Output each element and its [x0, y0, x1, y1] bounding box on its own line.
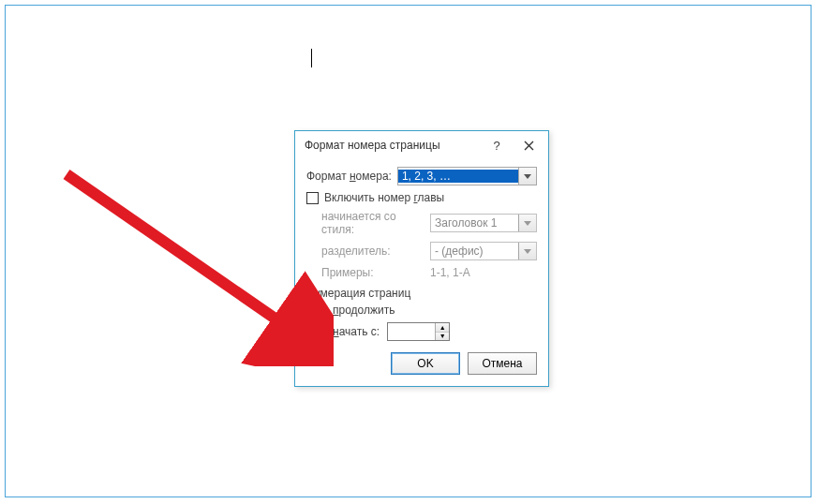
- text-cursor: [311, 49, 312, 67]
- annotation-arrow: [62, 170, 334, 366]
- cancel-button[interactable]: Отмена: [468, 352, 537, 375]
- include-chapter-label: Включить номер главы: [324, 191, 444, 204]
- chevron-down-icon: [518, 243, 536, 259]
- number-format-label: Формат номера:: [306, 170, 392, 183]
- starts-with-style-select[interactable]: Заголовок 1: [430, 214, 537, 232]
- continue-label: продолжить: [333, 304, 395, 317]
- dialog-body: Формат номера: 1, 2, 3, … Включить номер…: [295, 159, 548, 386]
- page-numbering-group-label: Нумерация страниц: [306, 287, 537, 300]
- examples-value: 1-1, 1-A: [430, 266, 470, 279]
- chevron-down-icon: [518, 215, 536, 231]
- starts-with-style-label: начинается со стиля:: [321, 210, 430, 236]
- close-button[interactable]: [513, 133, 544, 157]
- spinner-down[interactable]: ▼: [436, 333, 449, 341]
- starts-with-style-value: Заголовок 1: [431, 216, 518, 230]
- help-button[interactable]: ?: [481, 133, 513, 157]
- number-format-value: 1, 2, 3, …: [398, 170, 518, 183]
- dialog-titlebar[interactable]: Формат номера страницы ?: [295, 131, 548, 159]
- close-icon: [524, 141, 534, 151]
- start-at-label: начать с:: [333, 325, 380, 338]
- start-at-spinner[interactable]: ▲ ▼: [387, 322, 450, 341]
- chevron-down-icon: [518, 168, 536, 185]
- svg-line-1: [67, 174, 301, 336]
- number-format-select[interactable]: 1, 2, 3, …: [397, 167, 537, 185]
- separator-value: - (дефис): [431, 245, 518, 258]
- page-number-format-dialog: Формат номера страницы ? Формат номера: …: [294, 130, 549, 387]
- separator-label: разделитель:: [321, 245, 430, 258]
- start-at-input[interactable]: [388, 323, 435, 340]
- include-chapter-row: Включить номер главы: [306, 191, 537, 204]
- start-at-radio[interactable]: [316, 326, 327, 337]
- dialog-title: Формат номера страницы: [305, 139, 481, 152]
- spinner-up[interactable]: ▲: [436, 323, 449, 333]
- document-viewport: Формат номера страницы ? Формат номера: …: [5, 5, 812, 497]
- separator-select[interactable]: - (дефис): [430, 242, 537, 260]
- examples-label: Примеры:: [321, 266, 430, 279]
- continue-row: продолжить: [316, 304, 537, 317]
- number-format-row: Формат номера: 1, 2, 3, …: [306, 167, 537, 185]
- start-at-row: начать с: ▲ ▼: [316, 322, 537, 341]
- ok-button[interactable]: OK: [391, 352, 460, 375]
- continue-radio[interactable]: [316, 304, 327, 316]
- dialog-buttons: OK Отмена: [306, 352, 537, 375]
- chapter-settings: начинается со стиля: Заголовок 1 раздели…: [321, 210, 537, 279]
- include-chapter-checkbox[interactable]: [306, 192, 319, 204]
